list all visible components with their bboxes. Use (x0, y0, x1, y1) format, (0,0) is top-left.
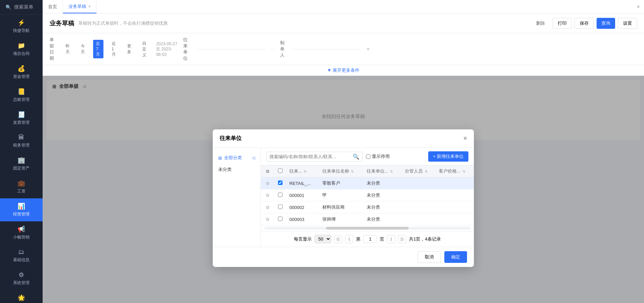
table-row[interactable]: ⚙ RETAIL_... 零散客户 未分类 (261, 177, 474, 189)
row-price-cell (435, 213, 474, 225)
row-checkbox[interactable] (278, 180, 282, 185)
first-page-btn[interactable]: ⟨⟨ (334, 235, 342, 243)
row-check-cell (275, 201, 286, 213)
sidebar-item-marketing[interactable]: 📢 小畅营销 (0, 221, 43, 244)
sidebar-item-guide[interactable]: 🌟 新手引导 (0, 290, 43, 303)
gear-row-icon[interactable]: ⚙ (266, 217, 270, 222)
modal-counterparty: 往来单位 × ⊞ 全部分类 ◁ 未分类 (213, 129, 474, 267)
row-checkbox[interactable] (278, 193, 282, 197)
sidebar-item-label: 发票管理 (13, 120, 30, 126)
sidebar-item-label: 工资 (17, 188, 25, 194)
settings-button[interactable]: 设置 (618, 18, 637, 29)
collapse-sidebar-icon[interactable]: ◁ (252, 155, 255, 160)
date-1month[interactable]: 近1月 (109, 40, 119, 58)
sort-icon-code: ⇅ (304, 170, 307, 173)
new-counterparty-button[interactable]: + 新增往来单位 (428, 151, 468, 162)
select-all-checkbox[interactable] (278, 168, 282, 173)
modal-main-content: 🔍 显示停用 + 新增往来单位 (261, 148, 474, 247)
counterparty-label: 往来单位 (183, 37, 191, 61)
salary-icon: 💼 (18, 179, 25, 187)
sidebar-item-accounts[interactable]: 📒 总账管理 (0, 84, 43, 107)
sidebar-item-label: 快捷导航 (13, 28, 30, 34)
sidebar-item-tax[interactable]: 🏛 税务管理 (0, 130, 43, 152)
page-number-input[interactable] (363, 235, 377, 243)
modal-sidebar-unclassified-label: 未分类 (218, 166, 232, 173)
row-manager-cell (401, 213, 435, 225)
tab-draft[interactable]: 业务草稿 × (63, 0, 97, 13)
col-header-category: 往来单位... ⇅ (363, 165, 402, 177)
sidebar-item-asset[interactable]: 🏢 固定资产 (0, 152, 43, 175)
row-checkbox[interactable] (278, 217, 282, 221)
date-7days[interactable]: 近7天 (93, 40, 103, 58)
window-close-icon[interactable]: × (633, 4, 644, 10)
page-label-post: 页 (380, 236, 384, 242)
col-header-price: 客户价格... ⇅ (435, 165, 474, 177)
row-category-cell: 未分类 (363, 177, 402, 189)
prev-page-btn[interactable]: ⟨ (345, 235, 353, 243)
filter-bar: 单据日期 昨天 今天 近7天 近1月 更多 自定义 2023-05-27 至 2… (43, 33, 644, 65)
page-title: 业务草稿 (49, 19, 74, 27)
sidebar-item-project[interactable]: 📁 项目合同 (0, 38, 43, 61)
row-name-cell: 张帅傅 (319, 213, 363, 225)
row-checkbox[interactable] (278, 205, 282, 209)
sort-icon-manager: ⇅ (425, 170, 428, 173)
print-button[interactable]: 打印 (553, 18, 572, 29)
sidebar: 🔍 搜索菜单 ⚡ 快捷导航 📁 项目合同 💰 资金管理 📒 总账管理 🧾 发票管… (0, 0, 43, 303)
accounts-icon: 📒 (18, 88, 25, 95)
next-page-btn[interactable]: ⟩ (387, 235, 395, 243)
row-manager-cell (401, 189, 435, 201)
date-yesterday[interactable]: 昨天 (63, 42, 73, 56)
horizontal-scrollbar[interactable] (264, 227, 470, 230)
per-page-select[interactable]: 50 (314, 235, 331, 243)
tab-home-label: 首页 (48, 4, 57, 10)
row-category-cell: 未分类 (363, 213, 402, 225)
gear-icon[interactable]: ⚙ (266, 169, 270, 174)
sidebar-item-operation[interactable]: 📊 经营管理 (0, 198, 43, 221)
tab-home[interactable]: 首页 (43, 0, 63, 13)
search-box[interactable]: 🔍 (266, 152, 363, 162)
modal-table: ⚙ 往来... ⇅ (261, 165, 474, 225)
sidebar-item-capital[interactable]: 💰 资金管理 (0, 61, 43, 84)
confirm-button[interactable]: 确定 (444, 251, 467, 263)
gear-row-icon[interactable]: ⚙ (266, 181, 270, 186)
page-label-pre: 第 (356, 236, 360, 242)
modal-close-button[interactable]: × (463, 135, 467, 142)
modal-header: 往来单位 × (213, 129, 474, 148)
sidebar-item-label: 系统管理 (13, 280, 30, 286)
cancel-button[interactable]: 取消 (418, 251, 441, 263)
sidebar-item-basic[interactable]: 🗂 基础信息 (0, 244, 43, 267)
col-header-manager: 分管人员 ⇅ (401, 165, 435, 177)
last-page-btn[interactable]: ⟩⟩ (398, 235, 406, 243)
show-disabled-checkbox[interactable] (366, 154, 370, 159)
tab-draft-label: 业务草稿 (68, 3, 86, 10)
query-button[interactable]: 查询 (597, 18, 615, 29)
delete-button[interactable]: 删除 (531, 18, 550, 29)
table-row[interactable]: ⚙ 000003 张帅傅 未分类 (261, 213, 474, 225)
row-price-cell (435, 189, 474, 201)
sidebar-item-invoice[interactable]: 🧾 发票管理 (0, 107, 43, 130)
page-header: 业务草稿 草稿转为正式单据时，不会执行满赠促销优惠 删除 打印 保存 查询 设置 (43, 14, 644, 33)
date-today[interactable]: 今天 (78, 42, 88, 56)
modal-sidebar-unclassified[interactable]: 未分类 (213, 164, 260, 175)
sidebar-item-system[interactable]: ⚙ 系统管理 (0, 267, 43, 290)
search-icon: 🔍 (353, 153, 359, 160)
sidebar-item-salary[interactable]: 💼 工资 (0, 175, 43, 198)
table-row[interactable]: ⚙ 000001 甲 未分类 (261, 189, 474, 201)
date-custom[interactable]: 自定义 (140, 39, 151, 59)
modal-sidebar-all-label: 全部分类 (224, 155, 242, 161)
show-disabled-checkbox-label[interactable]: 显示停用 (366, 153, 390, 160)
row-manager-cell (401, 201, 435, 213)
row-price-cell (435, 201, 474, 213)
sidebar-item-label: 总账管理 (13, 97, 30, 103)
gear-row-icon[interactable]: ⚙ (266, 193, 270, 198)
expand-conditions-btn[interactable]: ▼ 展开更多条件 (327, 67, 360, 73)
search-input[interactable] (269, 154, 351, 159)
table-row[interactable]: ⚙ 000002 材料供应商 未分类 (261, 201, 474, 213)
date-more[interactable]: 更多 (124, 42, 134, 56)
gear-row-icon[interactable]: ⚙ (266, 205, 270, 210)
tab-close-icon[interactable]: × (88, 4, 91, 9)
modal-sidebar-all[interactable]: ⊞ 全部分类 ◁ (213, 152, 260, 164)
save-button[interactable]: 保存 (575, 18, 594, 29)
sidebar-item-quick-nav[interactable]: ⚡ 快捷导航 (0, 15, 43, 38)
sidebar-search[interactable]: 🔍 搜索菜单 (0, 0, 43, 15)
